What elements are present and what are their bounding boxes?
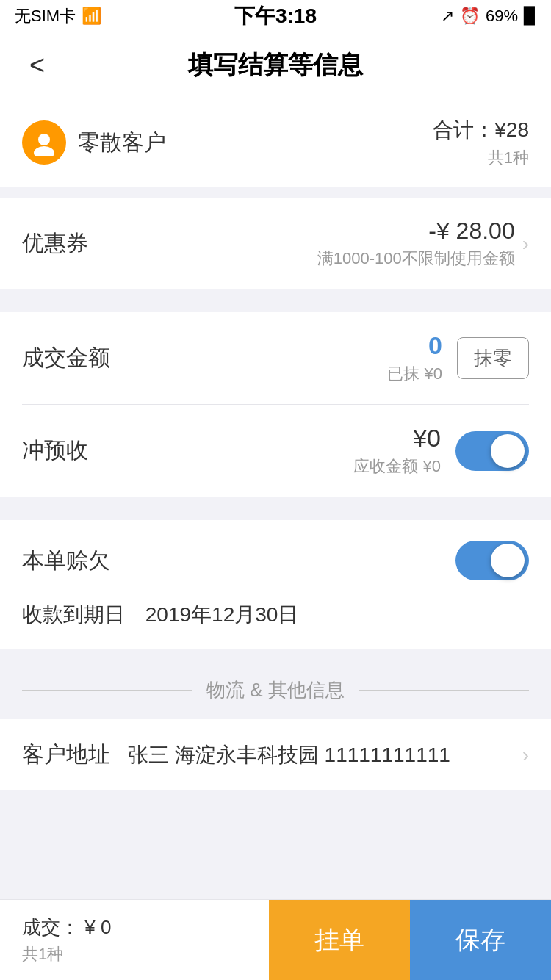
wifi-icon: 📶 (82, 7, 101, 26)
due-date-value: 2019年12月30日 (145, 603, 299, 626)
transaction-amount-right[interactable]: 0 已抹 ¥0 抹零 (387, 331, 529, 385)
coupon-row[interactable]: 优惠券 -¥ 28.00 满1000-100不限制使用金额 › (0, 198, 551, 289)
transaction-amount-row: 成交金额 0 已抹 ¥0 抹零 (22, 312, 529, 405)
status-bar: 无SIM卡 📶 下午3:18 ↗ ⏰ 69% ▉ (0, 0, 551, 32)
nav-bar: < 填写结算等信息 (0, 32, 551, 98)
status-left: 无SIM卡 📶 (15, 5, 101, 27)
transaction-value-block: 0 已抹 ¥0 (387, 331, 442, 385)
svg-point-0 (38, 134, 50, 145)
prepay-toggle[interactable] (455, 431, 529, 471)
chevron-right-icon: › (522, 232, 529, 256)
deducted-text: 已抹 ¥0 (387, 363, 442, 385)
bottom-bar: 成交： ¥ 0 共1种 挂单 保存 (0, 899, 551, 980)
address-section[interactable]: 客户地址 张三 海淀永丰科技园 11111111111 › (0, 719, 551, 790)
sim-status: 无SIM卡 (15, 5, 76, 27)
customer-total: 合计：¥28 共1种 (433, 116, 529, 169)
address-row[interactable]: 客户地址 张三 海淀永丰科技园 11111111111 › (0, 719, 551, 790)
sep-line-right (359, 690, 529, 691)
save-button[interactable]: 保存 (410, 900, 551, 981)
content-area: 零散客户 合计：¥28 共1种 优惠券 -¥ 28.00 满1000-100不限… (0, 98, 551, 890)
bottom-count: 共1种 (22, 943, 247, 965)
prepay-label: 冲预收 (22, 436, 88, 466)
section-divider-2 (0, 508, 551, 520)
customer-name: 零散客户 (78, 128, 166, 158)
avatar (22, 120, 66, 165)
customer-section: 零散客户 合计：¥28 共1种 (0, 98, 551, 187)
coupon-desc: 满1000-100不限制使用金额 (317, 248, 515, 270)
svg-point-1 (34, 146, 54, 156)
toggle-knob (491, 434, 525, 468)
coupon-value: -¥ 28.00 满1000-100不限制使用金额 (317, 217, 515, 270)
prepay-row: 冲预收 ¥0 应收金额 ¥0 (22, 405, 529, 497)
debt-label: 本单赊欠 (22, 546, 110, 576)
round-button[interactable]: 抹零 (457, 337, 529, 379)
page-title: 填写结算等信息 (188, 48, 363, 82)
due-date-row: 收款到期日 2019年12月30日 (0, 601, 551, 649)
deal-label: 成交： (22, 916, 79, 938)
receivable-text: 应收金额 ¥0 (353, 455, 441, 478)
battery-level: 69% (486, 7, 518, 26)
transaction-amount-value: 0 (387, 331, 442, 360)
deal-amount: ¥ 0 (84, 916, 111, 938)
sep-line-left (22, 690, 192, 691)
back-button[interactable]: < (22, 43, 52, 88)
address-chevron-icon: › (522, 743, 529, 767)
customer-row: 零散客户 合计：¥28 共1种 (0, 98, 551, 187)
logistics-label: 物流 & 其他信息 (206, 677, 345, 703)
location-icon: ↗ (441, 7, 454, 26)
coupon-label: 优惠券 (22, 228, 88, 259)
status-right: ↗ ⏰ 69% ▉ (441, 7, 536, 26)
transaction-section: 成交金额 0 已抹 ¥0 抹零 冲预收 ¥0 应收金额 ¥0 (0, 312, 551, 497)
transaction-amount-label: 成交金额 (22, 343, 110, 373)
debt-section: 本单赊欠 收款到期日 2019年12月30日 (0, 520, 551, 649)
logistics-separator: 物流 & 其他信息 (0, 661, 551, 719)
coupon-amount: -¥ 28.00 (317, 217, 515, 245)
status-time: 下午3:18 (234, 2, 317, 30)
section-divider (0, 300, 551, 312)
prepay-value-block: ¥0 应收金额 ¥0 (353, 424, 441, 478)
customer-info: 零散客户 (22, 120, 166, 165)
coupon-section[interactable]: 优惠券 -¥ 28.00 满1000-100不限制使用金额 › (0, 198, 551, 289)
debt-toggle-knob (491, 544, 525, 577)
debt-row: 本单赊欠 (0, 520, 551, 601)
alarm-icon: ⏰ (460, 7, 480, 26)
debt-toggle[interactable] (455, 541, 529, 580)
battery-icon: ▉ (524, 7, 536, 26)
bottom-info: 成交： ¥ 0 共1种 (0, 915, 269, 965)
prepay-right[interactable]: ¥0 应收金额 ¥0 (353, 424, 529, 478)
item-count: 共1种 (433, 147, 529, 169)
address-label: 客户地址 (22, 740, 110, 770)
coupon-right[interactable]: -¥ 28.00 满1000-100不限制使用金额 › (317, 217, 529, 270)
address-value: 张三 海淀永丰科技园 11111111111 (128, 741, 522, 769)
total-amount: 合计：¥28 (433, 116, 529, 144)
bottom-deal: 成交： ¥ 0 (22, 915, 247, 940)
hang-button[interactable]: 挂单 (269, 900, 410, 981)
due-date-label: 收款到期日 (22, 603, 125, 626)
prepay-value: ¥0 (353, 424, 441, 453)
